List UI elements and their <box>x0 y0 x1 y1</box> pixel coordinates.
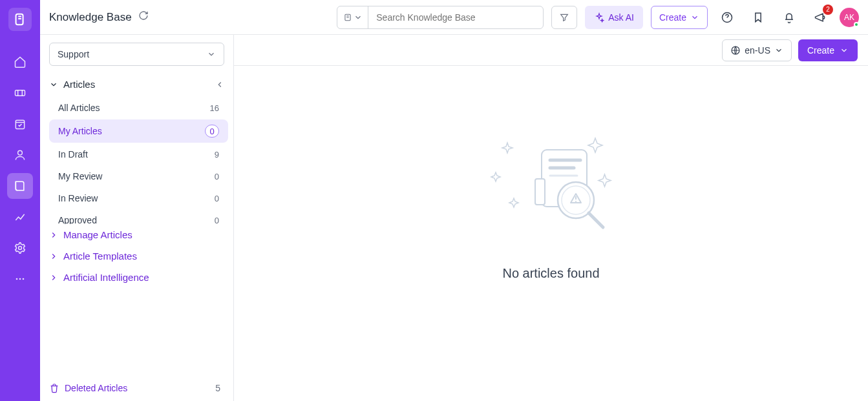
bookmark-icon[interactable] <box>746 6 770 29</box>
rail-more-icon[interactable] <box>7 266 33 292</box>
create-button-top[interactable]: Create <box>651 6 708 29</box>
svg-point-3 <box>18 150 23 155</box>
content-area: en-US Create <box>234 35 868 401</box>
nav-count: 9 <box>215 150 219 159</box>
nav-count: 0 <box>215 216 219 225</box>
rail-settings-icon[interactable] <box>7 235 33 261</box>
chevron-down-icon <box>774 46 783 55</box>
category-select[interactable]: Support <box>49 43 224 66</box>
refresh-icon[interactable] <box>138 10 149 24</box>
section-article-templates[interactable]: Article Templates <box>40 245 233 267</box>
create-button-main[interactable]: Create <box>798 39 858 61</box>
rail-calendar-icon[interactable] <box>7 111 33 137</box>
create-label: Create <box>807 45 834 56</box>
globe-icon <box>730 45 741 56</box>
deleted-count: 5 <box>215 383 220 393</box>
section-manage-articles[interactable]: Manage Articles <box>40 224 233 245</box>
search-input[interactable] <box>368 12 543 23</box>
chevron-down-icon <box>207 50 216 59</box>
chevron-right-icon <box>49 252 58 261</box>
section-label: Manage Articles <box>63 229 132 240</box>
section-label: Artificial Intelligence <box>63 272 149 283</box>
nav-my-articles[interactable]: My Articles 0 <box>49 119 228 143</box>
nav-in-review[interactable]: In Review 0 <box>49 188 228 209</box>
content-toolbar: en-US Create <box>234 35 868 66</box>
svg-rect-12 <box>535 179 545 205</box>
chevron-down-icon <box>49 80 58 89</box>
svg-point-4 <box>19 247 22 250</box>
presence-dot <box>854 22 859 27</box>
svg-point-20 <box>575 201 577 202</box>
avatar[interactable]: AK <box>840 8 859 27</box>
rail-kb-icon[interactable] <box>7 173 33 199</box>
chevron-right-icon <box>49 273 58 282</box>
nav-label: My Review <box>58 171 102 181</box>
announcement-icon[interactable]: 2 <box>809 6 832 29</box>
nav-my-review[interactable]: My Review 0 <box>49 166 228 187</box>
empty-state: No articles found <box>234 66 868 401</box>
rail-ticket-icon[interactable] <box>7 80 33 106</box>
collapse-icon[interactable] <box>215 80 224 89</box>
nav-in-draft[interactable]: In Draft 9 <box>49 144 228 165</box>
avatar-initials: AK <box>844 13 854 22</box>
search-scope-dropdown[interactable] <box>337 6 368 28</box>
section-label: Articles <box>63 79 95 90</box>
rail-contacts-icon[interactable] <box>7 142 33 168</box>
svg-point-5 <box>16 278 18 280</box>
section-label: Article Templates <box>63 251 137 262</box>
app-logo[interactable] <box>8 8 32 31</box>
rail-reports-icon[interactable] <box>7 204 33 230</box>
ask-ai-button[interactable]: Ask AI <box>585 6 643 29</box>
svg-line-18 <box>589 213 603 227</box>
nav-all-articles[interactable]: All Articles 16 <box>49 98 228 118</box>
page-title: Knowledge Base <box>49 11 132 24</box>
help-icon[interactable] <box>715 6 739 29</box>
body-row: Support Articles All Articles 16 My Arti… <box>40 35 868 401</box>
empty-message: No articles found <box>502 266 599 281</box>
nav-count: 0 <box>215 194 219 203</box>
notification-badge: 2 <box>823 5 833 15</box>
bell-icon[interactable] <box>778 6 801 29</box>
rail-home-icon[interactable] <box>7 49 33 75</box>
nav-count: 0 <box>215 172 219 181</box>
deleted-label: Deleted Articles <box>65 383 127 393</box>
chevron-right-icon <box>49 231 58 240</box>
chevron-down-icon <box>690 13 699 22</box>
main-column: Knowledge Base Ask AI Create <box>40 0 868 401</box>
nav-label: In Draft <box>58 149 88 159</box>
nav-approved[interactable]: Approved 0 <box>49 210 228 224</box>
search-wrap <box>337 6 544 29</box>
chevron-down-icon <box>840 46 849 55</box>
svg-point-7 <box>23 278 25 280</box>
nav-count: 16 <box>210 103 219 113</box>
svg-point-6 <box>19 278 21 280</box>
trash-icon <box>49 383 59 393</box>
language-select[interactable]: en-US <box>722 39 792 61</box>
nav-rail <box>0 0 40 401</box>
article-filter-list: All Articles 16 My Articles 0 In Draft 9… <box>40 95 233 224</box>
section-articles[interactable]: Articles <box>40 74 233 95</box>
create-label: Create <box>659 12 686 23</box>
deleted-articles[interactable]: Deleted Articles 5 <box>40 375 233 401</box>
section-ai[interactable]: Artificial Intelligence <box>40 267 233 288</box>
page-title-wrap: Knowledge Base <box>49 10 149 24</box>
lang-value: en-US <box>745 45 770 56</box>
sparkle-icon <box>594 12 604 23</box>
ask-ai-label: Ask AI <box>608 12 634 23</box>
nav-label: All Articles <box>58 103 100 113</box>
svg-rect-1 <box>16 90 25 96</box>
category-value: Support <box>58 49 89 59</box>
sidebar: Support Articles All Articles 16 My Arti… <box>40 35 234 401</box>
topbar: Knowledge Base Ask AI Create <box>40 0 868 35</box>
svg-rect-2 <box>16 120 24 129</box>
nav-label: Approved <box>58 215 97 224</box>
nav-label: In Review <box>58 193 98 203</box>
empty-illustration <box>474 118 629 247</box>
filter-button[interactable] <box>551 6 577 29</box>
nav-label: My Articles <box>58 126 102 136</box>
nav-count: 0 <box>205 125 219 138</box>
